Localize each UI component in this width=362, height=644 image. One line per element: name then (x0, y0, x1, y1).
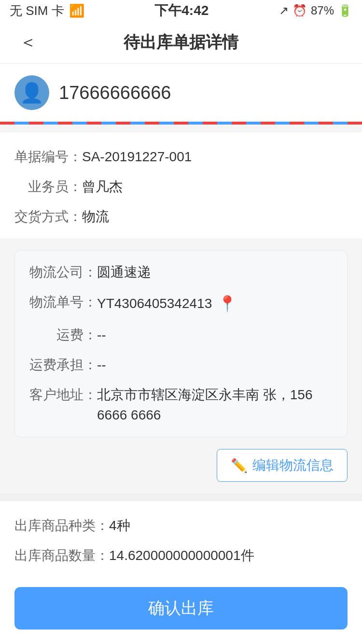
back-button[interactable]: ＜ (14, 26, 42, 59)
delivery-row: 交货方式： 物流 (14, 207, 348, 227)
sim-label: 无 SIM 卡 (10, 2, 64, 19)
logistics-company-value: 圆通速递 (97, 262, 333, 282)
goods-types-row: 出库商品种类： 4种 (14, 516, 348, 536)
freight-label: 运费： (29, 325, 97, 345)
edit-logistics-button[interactable]: ✏️ 编辑物流信息 (217, 449, 348, 482)
status-right: ↗ ⏰ 87% 🔋 (279, 4, 352, 17)
battery-percent: 87% (311, 4, 334, 17)
logistics-card: 物流公司： 圆通速递 物流单号： YT4306405342413 📍 运费： -… (14, 250, 348, 437)
address-row: 客户地址： 北京市市辖区海淀区永丰南 张，156 6666 6666 (29, 385, 333, 425)
tracking-location-icon[interactable]: 📍 (218, 292, 237, 315)
status-bar: 无 SIM 卡 📶 下午4:42 ↗ ⏰ 87% 🔋 (0, 0, 362, 21)
address-value: 北京市市辖区海淀区永丰南 张，156 6666 6666 (97, 385, 333, 425)
goods-types-value: 4种 (109, 516, 348, 536)
nav-bar: ＜ 待出库单据详情 (0, 21, 362, 64)
confirm-outbound-button[interactable]: 确认出库 (14, 587, 348, 630)
freight-value: -- (97, 325, 333, 345)
location-status-icon: ↗ (279, 4, 289, 17)
customer-header: 👤 17666666666 (0, 64, 362, 122)
confirm-btn-wrap: 确认出库 (0, 579, 362, 644)
tracking-number: YT4306405342413 (97, 294, 212, 314)
freight-bearer-label: 运费承担： (29, 355, 97, 375)
freight-bearer-row: 运费承担： -- (29, 355, 333, 375)
goods-section: 出库商品种类： 4种 出库商品数量： 14.620000000000001件 (0, 501, 362, 575)
dashed-divider (0, 122, 362, 125)
tracking-row: 物流单号： YT4306405342413 📍 (29, 292, 333, 315)
freight-bearer-value: -- (97, 355, 333, 375)
section-separator (0, 493, 362, 501)
goods-types-label: 出库商品种类： (14, 516, 109, 536)
person-icon: 👤 (20, 82, 44, 104)
goods-quantity-row: 出库商品数量： 14.620000000000001件 (14, 546, 348, 566)
edit-btn-label: 编辑物流信息 (252, 456, 334, 475)
status-time: 下午4:42 (154, 1, 209, 20)
freight-row: 运费： -- (29, 325, 333, 345)
edit-btn-row: ✏️ 编辑物流信息 (0, 449, 362, 493)
delivery-label: 交货方式： (14, 207, 82, 227)
salesperson-value: 曾凡杰 (82, 177, 348, 197)
goods-quantity-value: 14.620000000000001件 (109, 546, 348, 566)
order-info-section: 单据编号： SA-20191227-001 业务员： 曾凡杰 交货方式： 物流 (0, 132, 362, 238)
battery-icon: 🔋 (338, 4, 352, 17)
tracking-value-row: YT4306405342413 📍 (97, 292, 333, 315)
order-number-label: 单据编号： (14, 147, 82, 167)
delivery-value: 物流 (82, 207, 348, 227)
order-number-row: 单据编号： SA-20191227-001 (14, 147, 348, 167)
tracking-label: 物流单号： (29, 292, 97, 312)
wifi-icon: 📶 (69, 3, 84, 18)
customer-phone: 17666666666 (59, 83, 171, 103)
goods-quantity-label: 出库商品数量： (14, 546, 109, 566)
confirm-btn-label: 确认出库 (148, 597, 214, 619)
logistics-company-row: 物流公司： 圆通速递 (29, 262, 333, 282)
page-title: 待出库单据详情 (124, 31, 238, 54)
salesperson-label: 业务员： (14, 177, 82, 197)
salesperson-row: 业务员： 曾凡杰 (14, 177, 348, 197)
address-label: 客户地址： (29, 385, 97, 405)
logistics-company-label: 物流公司： (29, 262, 97, 282)
order-number-value: SA-20191227-001 (82, 147, 348, 167)
edit-icon: ✏️ (231, 458, 248, 474)
alarm-icon: ⏰ (292, 4, 307, 17)
status-left: 无 SIM 卡 📶 (10, 2, 84, 19)
avatar: 👤 (14, 75, 49, 110)
